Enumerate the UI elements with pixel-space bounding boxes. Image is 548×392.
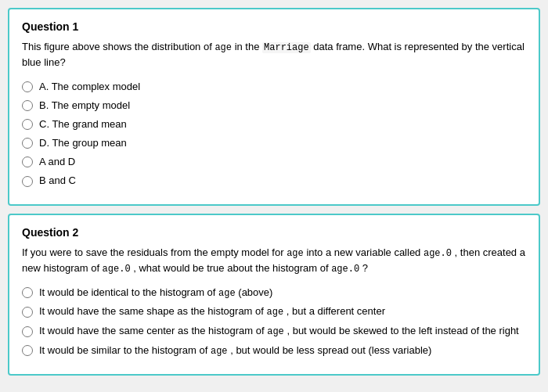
q1-option-c-radio[interactable] (22, 119, 33, 130)
question-1-options: A. The complex model B. The empty model … (22, 80, 526, 189)
q2-code-age0-2: age.0 (103, 264, 131, 275)
q2d-code-age: age (211, 346, 228, 357)
q1-option-d-radio[interactable] (22, 138, 33, 149)
q1-option-c-label[interactable]: C. The grand mean (39, 117, 127, 131)
list-item: It would have the same shape as the hist… (22, 304, 526, 319)
q2c-code-age: age (267, 326, 284, 337)
q1-code-marriage: Marriage (262, 42, 311, 53)
q1-option-f-radio[interactable] (22, 176, 33, 187)
q2-option-c-radio[interactable] (22, 326, 33, 337)
q2-option-a-label[interactable]: It would be identical to the histogram o… (39, 286, 272, 300)
q1-option-a-radio[interactable] (22, 81, 33, 92)
q2a-code-age: age (218, 288, 236, 299)
question-1-text: This figure above shows the distribution… (22, 39, 526, 70)
q1-option-e-label[interactable]: A and D (39, 155, 75, 169)
list-item: C. The grand mean (22, 117, 526, 131)
q1-option-f-label[interactable]: B and C (39, 174, 76, 188)
list-item: It would have the same center as the his… (22, 324, 526, 339)
list-item: It would be similar to the histogram of … (22, 343, 526, 358)
question-1-box: Question 1 This figure above shows the d… (8, 8, 540, 206)
list-item: A. The complex model (22, 80, 526, 94)
q2-option-c-label[interactable]: It would have the same center as the his… (39, 324, 519, 339)
q1-code-age: age (215, 42, 232, 53)
q2-code-age0-3: age.0 (331, 264, 359, 275)
question-2-text: If you were to save the residuals from t… (22, 245, 526, 276)
q2-option-d-radio[interactable] (22, 345, 33, 356)
q2-option-a-radio[interactable] (22, 287, 33, 298)
q1-option-b-radio[interactable] (22, 100, 33, 111)
q1-option-d-label[interactable]: D. The group mean (39, 136, 127, 150)
q2-code-age: age (287, 248, 304, 259)
q1-option-b-label[interactable]: B. The empty model (39, 99, 130, 113)
q2b-code-age: age (267, 307, 284, 318)
list-item: B. The empty model (22, 99, 526, 113)
q1-option-a-label[interactable]: A. The complex model (39, 80, 140, 94)
list-item: D. The group mean (22, 136, 526, 150)
q2-option-b-label[interactable]: It would have the same shape as the hist… (39, 304, 385, 319)
q2-code-age0-1: age.0 (424, 248, 452, 259)
q1-option-e-radio[interactable] (22, 156, 33, 167)
q2-option-d-label[interactable]: It would be similar to the histogram of … (39, 343, 431, 358)
list-item: B and C (22, 174, 526, 188)
question-2-title: Question 2 (22, 226, 526, 239)
q2-option-b-radio[interactable] (22, 307, 33, 318)
question-2-box: Question 2 If you were to save the resid… (8, 214, 540, 376)
list-item: It would be identical to the histogram o… (22, 286, 526, 300)
list-item: A and D (22, 155, 526, 169)
question-2-options: It would be identical to the histogram o… (22, 286, 526, 358)
question-1-title: Question 1 (22, 20, 526, 33)
